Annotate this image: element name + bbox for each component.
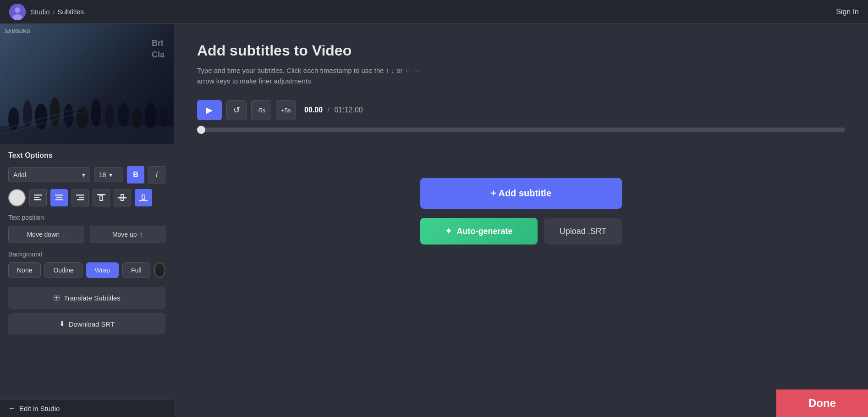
avatar	[9, 4, 26, 20]
desc-line1: Type and time your subtitles. Click each…	[197, 67, 420, 74]
time-separator: /	[328, 106, 332, 114]
sidebar: SAMSUNG BriCla	[0, 24, 174, 417]
align-left-button[interactable]	[29, 189, 47, 206]
svg-rect-32	[142, 195, 145, 200]
page-description: Type and time your subtitles. Click each…	[197, 66, 845, 86]
sign-in-button[interactable]: Sign In	[836, 8, 859, 16]
svg-rect-26	[77, 199, 84, 200]
auto-generate-button[interactable]: ✦ Auto-generate	[420, 218, 538, 245]
svg-rect-27	[97, 194, 105, 195]
skip-back-button[interactable]: -5s	[251, 100, 271, 120]
svg-rect-25	[79, 197, 84, 198]
magic-icon: ✦	[445, 226, 452, 236]
progress-bar-thumb[interactable]	[197, 126, 205, 134]
font-family-select[interactable]: Arial ▾	[8, 167, 90, 182]
page-title: Add subtitles to Video	[197, 42, 845, 59]
move-up-button[interactable]: Move up ↑	[90, 226, 166, 243]
font-row: Arial ▾ 18 ▾ B I	[8, 166, 165, 183]
download-srt-label: Download SRT	[69, 320, 115, 328]
text-middle-button[interactable]	[114, 189, 131, 206]
play-button[interactable]: ▶	[197, 100, 222, 120]
align-right-button[interactable]	[71, 189, 89, 206]
svg-rect-3	[0, 126, 174, 144]
svg-point-1	[15, 7, 20, 13]
breadcrumb-sep: ›	[53, 8, 55, 16]
svg-point-12	[118, 103, 129, 127]
bg-wrap-button[interactable]: Wrap	[86, 262, 119, 278]
background-label: Background	[8, 250, 165, 258]
video-scene: SAMSUNG BriCla	[0, 24, 174, 144]
options-section: Text Options Arial ▾ 18 ▾ B I	[0, 144, 174, 417]
video-overlay: BriCla	[152, 38, 165, 61]
video-preview: SAMSUNG BriCla	[0, 24, 174, 144]
translate-subtitles-button[interactable]: ㊉ Translate Subtitles	[8, 287, 165, 309]
move-down-label: Move down	[27, 231, 60, 238]
color-picker-button[interactable]	[8, 189, 26, 206]
move-up-arrow-icon: ↑	[140, 231, 143, 238]
current-time: 00.00	[304, 106, 323, 114]
studio-link[interactable]: Studio	[30, 8, 50, 16]
svg-rect-31	[139, 200, 148, 201]
move-down-button[interactable]: Move down ↓	[8, 226, 84, 243]
bg-outline-button[interactable]: Outline	[44, 262, 82, 278]
translate-subtitles-label: Translate Subtitles	[64, 294, 121, 302]
svg-rect-19	[34, 197, 39, 198]
svg-rect-24	[76, 195, 84, 196]
text-options-title: Text Options	[8, 151, 165, 160]
bottom-action-row: ✦ Auto-generate Upload .SRT	[420, 218, 622, 245]
time-display: 00.00 / 01:12.00	[304, 106, 363, 114]
svg-point-13	[132, 108, 142, 128]
edit-in-studio-bar[interactable]: ← Edit in Studio	[0, 399, 174, 417]
add-subtitle-label: + Add subtitle	[491, 188, 551, 199]
main-layout: SAMSUNG BriCla	[0, 24, 868, 417]
download-srt-button[interactable]: ⬇ Download SRT	[8, 313, 165, 334]
svg-rect-23	[55, 199, 63, 200]
text-top-button[interactable]	[93, 189, 110, 206]
svg-point-10	[91, 99, 101, 127]
svg-point-6	[35, 104, 48, 129]
font-size-value: 18	[99, 171, 106, 178]
replay-icon: ↺	[233, 105, 240, 115]
skip-forward-button[interactable]: +5s	[276, 100, 296, 120]
align-center-button[interactable]	[50, 189, 68, 206]
svg-point-7	[50, 97, 60, 127]
action-area: + Add subtitle ✦ Auto-generate Upload .S…	[197, 178, 845, 245]
progress-bar[interactable]	[197, 128, 845, 132]
move-down-arrow-icon: ↓	[62, 231, 66, 238]
bg-color-button[interactable]	[154, 262, 165, 278]
nav-left: Studio › Subtitles	[9, 4, 84, 20]
italic-button[interactable]: I	[148, 166, 165, 183]
align-row	[8, 189, 165, 206]
upload-srt-button[interactable]: Upload .SRT	[544, 218, 622, 245]
breadcrumb: Studio › Subtitles	[30, 8, 84, 16]
download-icon: ⬇	[59, 320, 65, 328]
main-content: Add subtitles to Video Type and time you…	[174, 24, 868, 417]
svg-rect-28	[100, 196, 103, 200]
upload-srt-label: Upload .SRT	[560, 227, 607, 236]
svg-point-15	[159, 106, 168, 128]
svg-rect-29	[118, 197, 126, 199]
font-family-value: Arial	[13, 171, 26, 178]
bg-full-button[interactable]: Full	[122, 262, 150, 278]
auto-generate-label: Auto-generate	[456, 227, 512, 236]
text-bottom-button[interactable]	[135, 189, 152, 206]
play-icon: ▶	[206, 105, 213, 115]
bold-button[interactable]: B	[127, 166, 144, 183]
font-size-chevron-icon: ▾	[109, 171, 112, 178]
add-subtitle-button[interactable]: + Add subtitle	[420, 178, 622, 209]
replay-button[interactable]: ↺	[226, 100, 247, 120]
svg-rect-20	[34, 199, 41, 200]
bg-row: None Outline Wrap Full	[8, 262, 165, 278]
video-sign-text: SAMSUNG	[5, 28, 30, 34]
done-button[interactable]: Done	[776, 389, 868, 417]
skip-forward-label: +5s	[281, 107, 291, 114]
total-time: 01:12.00	[334, 106, 363, 114]
player-controls: ▶ ↺ -5s +5s 00.00 / 01:12.00	[197, 100, 845, 120]
desc-line2: arrow keys to make finer adjustments.	[197, 77, 313, 85]
breadcrumb-current: Subtitles	[58, 8, 84, 16]
bg-none-button[interactable]: None	[8, 262, 41, 278]
svg-rect-22	[56, 197, 62, 198]
svg-point-14	[145, 103, 157, 128]
font-size-select[interactable]: 18 ▾	[94, 167, 123, 182]
edit-in-studio-label: Edit in Studio	[19, 405, 60, 412]
